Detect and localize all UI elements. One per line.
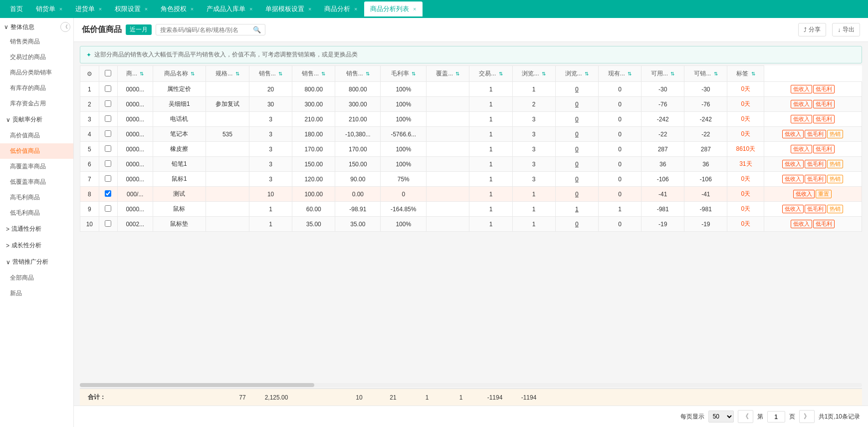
horizontal-scrollbar[interactable] (80, 383, 862, 387)
th-stock3[interactable]: 可销... ⇅ (684, 66, 727, 82)
row-checkbox[interactable] (105, 100, 111, 107)
nav-product-storage[interactable]: 产成品入库单 × (201, 1, 258, 16)
browse-link[interactable]: 1 (575, 206, 579, 213)
sort-name-icon[interactable]: ⇅ (191, 71, 195, 76)
browse-link[interactable]: 0 (575, 191, 579, 198)
td-browse1[interactable]: 0 (555, 82, 598, 97)
th-spec[interactable]: 规格... ⇅ (206, 66, 249, 82)
sort-b2-icon[interactable]: ⇅ (585, 71, 589, 76)
sidebar-item-traded[interactable]: 交易过的商品 (0, 49, 73, 65)
th-gross[interactable]: 毛利率 ⇅ (381, 66, 427, 82)
th-stock1[interactable]: 现有... ⇅ (598, 66, 641, 82)
row-checkbox[interactable] (105, 220, 111, 227)
row-checkbox[interactable] (105, 160, 111, 167)
sidebar-item-capital[interactable]: 库存资金占用 (0, 96, 73, 111)
sort-s3-icon[interactable]: ⇅ (366, 71, 370, 76)
nav-roles[interactable]: 角色授权 × (155, 1, 200, 16)
td-browse1[interactable]: 0 (555, 142, 598, 157)
close-perm-icon[interactable]: × (145, 6, 148, 12)
browse-link[interactable]: 0 (575, 146, 579, 153)
sort-gross-icon[interactable]: ⇅ (412, 71, 416, 76)
table-container[interactable]: ⚙ 商... ⇅ 商品名称 ⇅ 规格... ⇅ 销售... ⇅ 销售... ⇅ … (80, 65, 862, 382)
sidebar-collapse-btn[interactable]: 《 (60, 22, 70, 32)
browse-link[interactable]: 0 (575, 161, 579, 168)
sidebar-item-all-products[interactable]: 全部商品 (0, 270, 73, 286)
td-browse1[interactable]: 0 (555, 217, 598, 232)
td-cb[interactable] (99, 202, 117, 217)
export-btn[interactable]: ↓ 导出 (832, 23, 860, 36)
row-checkbox[interactable] (105, 130, 111, 137)
th-checkbox[interactable] (99, 66, 117, 82)
browse-link[interactable]: 0 (575, 176, 579, 183)
browse-link[interactable]: 0 (575, 131, 579, 138)
sidebar-item-low-margin[interactable]: 低毛利商品 (0, 205, 73, 221)
row-checkbox[interactable] (105, 205, 111, 212)
sort-tags-icon[interactable]: ⇅ (751, 71, 755, 76)
sort-st1-icon[interactable]: ⇅ (628, 71, 632, 76)
th-sales1[interactable]: 销售... ⇅ (249, 66, 292, 82)
th-trade[interactable]: 交易... ⇅ (469, 66, 512, 82)
td-cb[interactable] (99, 97, 117, 112)
settings-icon[interactable]: ⚙ (87, 70, 92, 77)
close-pal-icon[interactable]: × (413, 6, 416, 12)
sidebar-item-category-rate[interactable]: 商品分类助销率 (0, 65, 73, 80)
close-ps-icon[interactable]: × (249, 6, 252, 12)
nav-sales[interactable]: 销货单 × (30, 1, 68, 16)
per-page-select[interactable]: 50 20 100 (708, 411, 734, 423)
browse-link[interactable]: 0 (575, 101, 579, 108)
td-cb[interactable] (99, 217, 117, 232)
td-cb[interactable] (99, 172, 117, 187)
td-browse1[interactable]: 0 (555, 172, 598, 187)
row-checkbox[interactable] (105, 175, 111, 182)
sidebar-item-high-value[interactable]: 高价值商品 (0, 128, 73, 143)
sidebar-group-overall[interactable]: ∨ 整体信息 (4, 23, 34, 31)
browse-link[interactable]: 0 (575, 221, 579, 228)
row-checkbox[interactable] (105, 115, 111, 122)
sort-st3-icon[interactable]: ⇅ (714, 71, 718, 76)
share-btn[interactable]: ⤴ 分享 (798, 23, 826, 36)
sort-code-icon[interactable]: ⇅ (140, 71, 144, 76)
td-cb[interactable] (99, 112, 117, 127)
sidebar-item-new-products[interactable]: 新品 (0, 286, 73, 301)
sort-s1-icon[interactable]: ⇅ (278, 71, 282, 76)
row-checkbox[interactable] (105, 145, 111, 152)
next-page-btn[interactable]: 》 (799, 410, 815, 423)
nav-product-analysis-list[interactable]: 商品分析列表 × (364, 1, 422, 16)
sidebar-group-contribution[interactable]: ∨ 贡献率分析 (0, 111, 73, 128)
row-checkbox[interactable] (105, 85, 111, 92)
sort-spec-icon[interactable]: ⇅ (235, 71, 239, 76)
sidebar-group-circulation[interactable]: > 流通性分析 (0, 221, 73, 237)
search-icon[interactable]: 🔍 (253, 26, 261, 33)
sort-b1-icon[interactable]: ⇅ (542, 71, 546, 76)
sidebar-item-sales-products[interactable]: 销售类商品 (0, 34, 73, 49)
th-sales3[interactable]: 销售... ⇅ (335, 66, 381, 82)
row-checkbox[interactable] (105, 190, 111, 197)
th-name[interactable]: 商品名称 ⇅ (153, 66, 206, 82)
nav-permissions[interactable]: 权限设置 × (109, 1, 154, 16)
td-cb[interactable] (99, 82, 117, 97)
sidebar-item-low-coverage[interactable]: 低覆盖率商品 (0, 174, 73, 190)
sidebar-group-marketing[interactable]: ∨ 营销推广分析 (0, 254, 73, 270)
page-input[interactable] (767, 411, 785, 423)
td-browse1[interactable]: 0 (555, 187, 598, 202)
sort-st2-icon[interactable]: ⇅ (670, 71, 674, 76)
close-purchase-icon[interactable]: × (99, 6, 102, 12)
close-sales-icon[interactable]: × (59, 6, 62, 12)
th-cover[interactable]: 覆盖... ⇅ (427, 66, 469, 82)
td-browse1[interactable]: 0 (555, 112, 598, 127)
td-cb[interactable] (99, 142, 117, 157)
td-cb[interactable] (99, 127, 117, 142)
th-code[interactable]: 商... ⇅ (117, 66, 153, 82)
select-all-checkbox[interactable] (105, 70, 111, 76)
sidebar-group-growth[interactable]: > 成长性分析 (0, 237, 73, 254)
td-browse1[interactable]: 1 (555, 202, 598, 217)
th-browse1[interactable]: 浏览... ⇅ (512, 66, 555, 82)
close-tpl-icon[interactable]: × (308, 6, 311, 12)
td-cb[interactable] (99, 187, 117, 202)
nav-template[interactable]: 单据模板设置 × (259, 1, 317, 16)
sidebar-item-high-coverage[interactable]: 高覆盖率商品 (0, 159, 73, 174)
nav-product-analysis[interactable]: 商品分析 × (318, 1, 363, 16)
sidebar-item-low-value[interactable]: 低价值商品 (0, 143, 73, 159)
nav-home[interactable]: 首页 (4, 1, 29, 16)
sidebar-item-high-margin[interactable]: 高毛利商品 (0, 190, 73, 205)
